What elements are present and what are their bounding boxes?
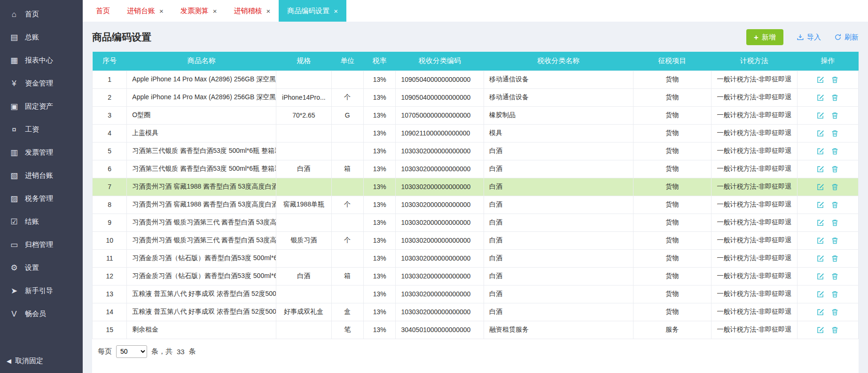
edit-button[interactable] (814, 165, 827, 173)
general-ledger-icon: ▤ (9, 32, 19, 42)
tab-close-icon[interactable]: × (159, 8, 164, 15)
cell-tax-project: 货物 (633, 160, 711, 178)
sidebar-item-设置[interactable]: ⚙ 设置 (0, 256, 83, 279)
cell-seq: 8 (93, 196, 127, 214)
tab[interactable]: 首页 (87, 0, 118, 22)
edit-button[interactable] (814, 219, 827, 227)
sidebar-item-归档管理[interactable]: ▭ 归档管理 (0, 233, 83, 256)
beginner-guide-icon: ➤ (9, 286, 19, 296)
cell-seq: 3 (93, 106, 127, 124)
sidebar-item-固定资产[interactable]: ▣ 固定资产 (0, 95, 83, 118)
edit-button[interactable] (814, 308, 827, 316)
delete-button[interactable] (829, 183, 841, 191)
sidebar-item-首页[interactable]: ⌂ 首页 (0, 3, 83, 26)
delete-button[interactable] (829, 129, 841, 137)
edit-button[interactable] (814, 254, 827, 262)
sidebar-item-总账[interactable]: ▤ 总账 (0, 26, 83, 49)
edit-button[interactable] (814, 129, 827, 137)
cell-tax-method: 一般计税方法-非即征即退 (711, 196, 797, 214)
delete-button[interactable] (829, 254, 841, 262)
cell-tax-project: 货物 (633, 267, 711, 285)
cell-operations (797, 178, 858, 196)
cell-tax-rate: 13% (364, 267, 396, 285)
edit-button[interactable] (814, 237, 827, 245)
delete-button[interactable] (829, 308, 841, 316)
tab[interactable]: 商品编码设置 × (279, 0, 346, 22)
cell-spec (276, 285, 331, 303)
edit-button[interactable] (814, 147, 827, 155)
edit-button[interactable] (814, 76, 827, 84)
sidebar-item-税务管理[interactable]: ▨ 税务管理 (0, 187, 83, 210)
cell-tax-code: 1070500000000000000 (396, 106, 484, 124)
sidebar-item-新手引导[interactable]: ➤ 新手引导 (0, 279, 83, 302)
cell-tax-project: 货物 (633, 124, 711, 142)
edit-icon (816, 290, 824, 298)
pagination: 每页 50 条，共 33 条 (92, 339, 859, 365)
edit-button[interactable] (814, 272, 827, 280)
cell-product-name: O型圈 (127, 106, 276, 124)
edit-button[interactable] (814, 290, 827, 298)
cell-tax-rate: 13% (364, 196, 396, 214)
delete-button[interactable] (829, 272, 841, 280)
delete-button[interactable] (829, 76, 841, 84)
edit-button[interactable] (814, 326, 827, 334)
table-row: 15 剩余租金 笔 13% 3040501000000000000 融资租赁服务… (93, 321, 859, 339)
sidebar-item-结账[interactable]: ☑ 结账 (0, 210, 83, 233)
tab-close-icon[interactable]: × (266, 8, 271, 15)
sidebar-item-畅会员[interactable]: V 畅会员 (0, 302, 83, 325)
cell-tax-code: 1030302000000000000 (396, 231, 484, 249)
cell-spec (276, 214, 331, 231)
sidebar-item-资金管理[interactable]: ¥ 资金管理 (0, 72, 83, 95)
delete-button[interactable] (829, 165, 841, 173)
delete-button[interactable] (829, 237, 841, 245)
cell-tax-rate: 13% (364, 88, 396, 106)
unpin-sidebar-button[interactable]: ◀ 取消固定 (0, 351, 83, 373)
cell-tax-rate: 13% (364, 321, 396, 339)
cell-seq: 15 (93, 321, 127, 339)
cell-seq: 1 (93, 71, 127, 88)
sidebar-item-报表中心[interactable]: ▦ 报表中心 (0, 49, 83, 72)
table-row: 9 习酒贵州习酒 银质习酒第三代 酱香型白酒 53度高度白酒 13% 10303… (93, 214, 859, 231)
edit-button[interactable] (814, 94, 827, 102)
tab-close-icon[interactable]: × (334, 8, 338, 15)
tab[interactable]: 进销台账 × (118, 0, 172, 22)
cell-spec (276, 321, 331, 339)
cell-spec (276, 142, 331, 160)
delete-button[interactable] (829, 326, 841, 334)
cell-tax-code: 1030302000000000000 (396, 303, 484, 321)
delete-button[interactable] (829, 219, 841, 227)
cell-seq: 2 (93, 88, 127, 106)
tab-close-icon[interactable]: × (213, 8, 217, 15)
cell-tax-code: 1030302000000000000 (396, 178, 484, 196)
cell-product-name: 五粮液 普五第八代 好事成双 浓香型白酒 52度500ml (127, 285, 276, 303)
sidebar-item-工资[interactable]: ¤ 工资 (0, 118, 83, 141)
delete-button[interactable] (829, 111, 841, 119)
cell-tax-rate: 13% (364, 303, 396, 321)
trash-icon (831, 129, 839, 137)
cell-tax-project: 货物 (633, 88, 711, 106)
member-icon: V (9, 310, 19, 319)
column-header: 税收分类名称 (484, 52, 633, 71)
tab[interactable]: 进销稽核 × (226, 0, 279, 22)
delete-button[interactable] (829, 147, 841, 155)
import-icon (797, 33, 804, 41)
edit-button[interactable] (814, 201, 827, 209)
refresh-button[interactable]: 刷新 (834, 33, 859, 42)
add-button-label: 新增 (762, 33, 776, 42)
delete-button[interactable] (829, 290, 841, 298)
sidebar-item-进销台账[interactable]: ▧ 进销台账 (0, 164, 83, 187)
import-button[interactable]: 导入 (797, 33, 821, 42)
sidebar-item-发票管理[interactable]: ▥ 发票管理 (0, 141, 83, 164)
add-button[interactable]: + 新增 (746, 29, 783, 45)
cell-tax-method: 一般计税方法-非即征即退 (711, 106, 797, 124)
tab[interactable]: 发票测算 × (172, 0, 226, 22)
per-page-select[interactable]: 50 (116, 345, 147, 358)
cell-tax-project: 货物 (633, 178, 711, 196)
delete-button[interactable] (829, 94, 841, 102)
edit-button[interactable] (814, 111, 827, 119)
column-header: 税率 (364, 52, 396, 71)
edit-icon (816, 272, 824, 280)
edit-button[interactable] (814, 183, 827, 191)
trash-icon (831, 254, 839, 262)
delete-button[interactable] (829, 201, 841, 209)
